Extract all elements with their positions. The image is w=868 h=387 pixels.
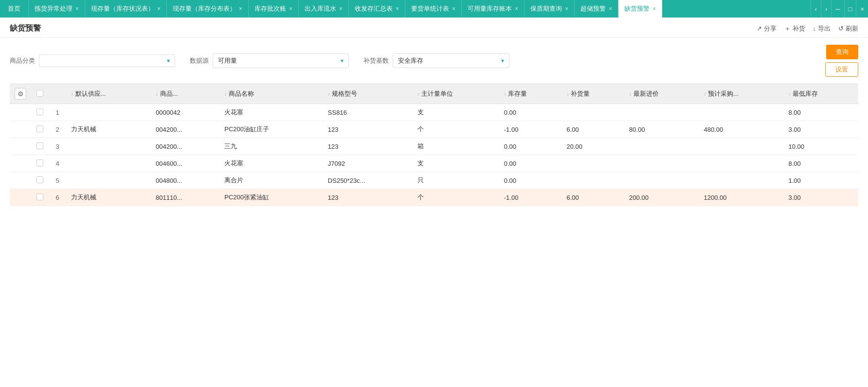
- tab-nav-actions: ‹ › ─ □ ×: [811, 0, 868, 18]
- col-checkbox-all: [31, 84, 49, 104]
- row-spec-5: 123: [323, 189, 413, 206]
- row-checkbox-0[interactable]: [36, 108, 43, 115]
- tab-close-all-btn[interactable]: ×: [856, 0, 868, 18]
- tab-expiry-query-close[interactable]: ×: [565, 5, 568, 12]
- query-button[interactable]: 查询: [826, 45, 858, 59]
- tab-inventory-status-close[interactable]: ×: [157, 5, 161, 12]
- row-gear-5: [10, 189, 31, 206]
- row-checkbox-5[interactable]: [36, 194, 43, 200]
- col-est-purchase: ↕ 预计采购...: [699, 84, 783, 104]
- tab-maximize-btn[interactable]: □: [844, 0, 856, 18]
- sort-supplier-icon[interactable]: ↕: [71, 91, 73, 97]
- datasource-select[interactable]: 可用量 ▾: [213, 53, 349, 68]
- col-name-label: 商品名称: [229, 90, 254, 97]
- row-checkbox-4[interactable]: [36, 176, 43, 183]
- category-select[interactable]: ▾: [39, 54, 175, 67]
- tab-minimize-btn[interactable]: ─: [831, 0, 844, 18]
- table-row: 3 004200... 三九 123 箱 0.00 20.00 10.00: [10, 138, 858, 155]
- row-name-4: 离合片: [219, 172, 323, 189]
- sort-replenish-icon[interactable]: ↕: [566, 91, 569, 97]
- share-button[interactable]: ↗ 分享: [757, 24, 777, 33]
- col-stock: ↕ 库存量: [499, 84, 562, 104]
- row-num-5: 6: [49, 189, 66, 206]
- row-checkbox-3[interactable]: [36, 159, 43, 166]
- sort-est-purchase-icon[interactable]: ↕: [704, 91, 706, 97]
- row-checkbox-1[interactable]: [36, 125, 43, 132]
- export-label: 导出: [818, 24, 831, 33]
- tab-shortage-close[interactable]: ×: [652, 5, 656, 12]
- tab-home[interactable]: 首页: [0, 0, 29, 18]
- replenish-filter-group: 补货基数 安全库存 ▾: [363, 53, 509, 68]
- tab-inventory-dist[interactable]: 现存量（库存分布表） ×: [167, 0, 249, 18]
- tab-batch-account[interactable]: 库存批次账 ×: [249, 0, 299, 18]
- row-unit-2: 箱: [413, 138, 499, 155]
- row-replenish-4: [561, 172, 624, 189]
- row-stock-3: 0.00: [499, 155, 562, 172]
- header-actions: ↗ 分享 ＋ 补货 ↓ 导出 ↺ 刷新: [757, 24, 859, 33]
- tab-next-btn[interactable]: ›: [821, 0, 831, 18]
- row-est-purchase-5: 1200.00: [699, 189, 783, 206]
- tab-prev-btn[interactable]: ‹: [811, 0, 821, 18]
- col-est-purchase-label: 预计采购...: [708, 90, 739, 97]
- row-name-0: 火花塞: [219, 104, 323, 121]
- page-header: 缺货预警 ↗ 分享 ＋ 补货 ↓ 导出 ↺ 刷新: [0, 18, 868, 38]
- tab-available-ledger-close[interactable]: ×: [515, 5, 518, 12]
- tab-demand-stat[interactable]: 要货单统计表 ×: [405, 0, 462, 18]
- sort-unit-icon[interactable]: ↕: [417, 91, 420, 97]
- tab-inout-flow[interactable]: 出入库流水 ×: [299, 0, 349, 18]
- row-cb-4: [31, 172, 49, 189]
- tab-inventory-status[interactable]: 现存量（库存状况表） ×: [85, 0, 167, 18]
- filter-actions: 查询 设置: [825, 45, 858, 77]
- sort-code-icon[interactable]: ↕: [156, 91, 158, 97]
- tab-shortage[interactable]: 缺货预警 ×: [618, 0, 662, 18]
- export-button[interactable]: ↓ 导出: [813, 24, 831, 33]
- sort-min-stock-icon[interactable]: ↕: [789, 91, 791, 97]
- sort-latest-price-icon[interactable]: ↕: [629, 91, 632, 97]
- sort-stock-icon[interactable]: ↕: [504, 91, 506, 97]
- row-spec-1: 123: [323, 121, 413, 138]
- row-name-2: 三九: [219, 138, 323, 155]
- tab-overstock[interactable]: 超储预警 ×: [575, 0, 618, 18]
- tab-collect-summary-close[interactable]: ×: [396, 5, 399, 12]
- row-stock-4: 0.00: [499, 172, 562, 189]
- share-icon: ↗: [757, 25, 762, 32]
- replenish-button[interactable]: ＋ 补货: [784, 24, 805, 33]
- row-unit-5: 个: [413, 189, 499, 206]
- shortage-table: ⚙ ↕ 默认供应... ↕ 商品... ↕: [10, 84, 858, 206]
- row-code-3: 004600...: [151, 155, 219, 172]
- table-row: 1 0000042 火花塞 SS816 支 0.00 8.00: [10, 104, 858, 121]
- tab-collect-summary[interactable]: 收发存汇总表 ×: [349, 0, 405, 18]
- col-supplier: ↕ 默认供应...: [66, 84, 151, 104]
- tab-overstock-close[interactable]: ×: [609, 5, 612, 12]
- row-latest-price-0: [624, 104, 699, 121]
- tab-expiry-query[interactable]: 保质期查询 ×: [524, 0, 575, 18]
- tab-batch-account-label: 库存批次账: [254, 4, 286, 13]
- sort-name-icon[interactable]: ↕: [224, 91, 227, 97]
- tab-available-ledger[interactable]: 可用量库存账本 ×: [462, 0, 524, 18]
- home-tab-label: 首页: [8, 4, 20, 13]
- replenish-value: 安全库存: [398, 56, 423, 65]
- row-supplier-1: 力天机械: [66, 121, 151, 138]
- row-supplier-2: [66, 138, 151, 155]
- row-gear-1: [10, 121, 31, 138]
- row-supplier-3: [66, 155, 151, 172]
- tab-inout-flow-close[interactable]: ×: [339, 5, 343, 12]
- row-cb-2: [31, 138, 49, 155]
- setting-button[interactable]: 设置: [825, 62, 858, 77]
- select-all-checkbox[interactable]: [36, 90, 43, 97]
- refresh-button[interactable]: ↺ 刷新: [838, 24, 858, 33]
- row-code-2: 004200...: [151, 138, 219, 155]
- sort-spec-icon[interactable]: ↕: [328, 91, 330, 97]
- col-min-stock-label: 最低库存: [793, 90, 818, 97]
- replenish-select[interactable]: 安全库存 ▾: [393, 53, 509, 68]
- tab-abnormal[interactable]: 拣货异常处理 ×: [29, 0, 85, 18]
- row-checkbox-2[interactable]: [36, 142, 43, 149]
- tab-demand-stat-close[interactable]: ×: [452, 5, 455, 12]
- tab-abnormal-close[interactable]: ×: [75, 5, 79, 12]
- tab-inventory-dist-label: 现存量（库存分布表）: [173, 4, 236, 13]
- col-num: [49, 84, 66, 104]
- tab-batch-account-close[interactable]: ×: [289, 5, 292, 12]
- row-supplier-5: 力天机械: [66, 189, 151, 206]
- tab-inventory-dist-close[interactable]: ×: [239, 5, 242, 12]
- column-settings-btn[interactable]: ⚙: [15, 88, 26, 100]
